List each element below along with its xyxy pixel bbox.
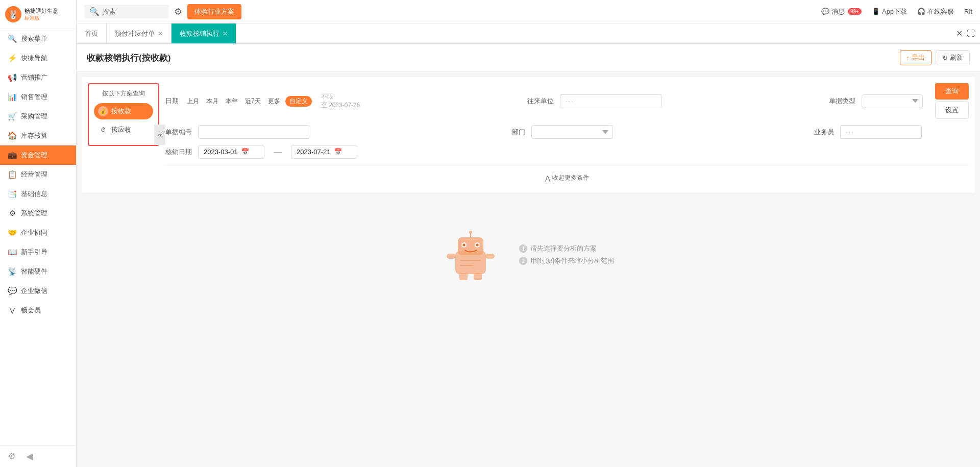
export-label: 导出 [912, 53, 925, 62]
date-more[interactable]: 更多 [266, 96, 282, 107]
user-name[interactable]: Rit [964, 8, 972, 15]
collapse-more-btn[interactable]: ⋀ 收起更多条件 [165, 169, 969, 186]
date-this-year[interactable]: 本年 [224, 96, 240, 107]
calendar-start-icon: 📅 [241, 148, 249, 156]
sidebar-item-畅会员[interactable]: V畅会员 [0, 301, 76, 320]
sidebar-bottom: ⚙ ◀ [0, 445, 76, 467]
date-no-limit: 不限 至 2023-07-26 [321, 92, 360, 110]
topbar-right: 💬 消息 99+ 📱 App下载 🎧 在线客服 Rit [821, 7, 972, 16]
filter-panel-title: 按以下方案查询 [94, 89, 153, 98]
filter-panel-wrapper: 按以下方案查询 💰按收款⏱按应收 ≪ [88, 83, 159, 186]
page-header: 收款核销执行(按收款) ↑ 导出 ↻ 刷新 [77, 44, 980, 72]
sidebar-item-库存核算[interactable]: 🏠库存核算 [0, 126, 76, 145]
refresh-button[interactable]: ↻ 刷新 [936, 50, 970, 65]
tab-收款核销执行[interactable]: 收款核销执行✕ [172, 23, 236, 43]
counterpart-selector[interactable]: ··· [560, 94, 662, 108]
message-badge: 99+ [848, 8, 862, 15]
sidebar-item-经营管理[interactable]: 📋经营管理 [0, 165, 76, 184]
dept-label: 部门 [512, 128, 525, 137]
message-item[interactable]: 💬 消息 99+ [821, 7, 862, 16]
svg-point-4 [463, 244, 465, 247]
svg-rect-8 [447, 254, 456, 259]
refresh-icon: ↻ [942, 54, 948, 62]
app-edition: 标准版 [24, 15, 58, 21]
export-icon: ↑ [906, 54, 910, 62]
date-shortcuts: 上月 本月 本年 近7天 更多 自定义 [185, 96, 312, 107]
filter-area: 按以下方案查询 💰按收款⏱按应收 ≪ 日期 上月 本月 本年 近7天 更多 自 [82, 77, 975, 192]
online-service-item[interactable]: 🎧 在线客服 [917, 7, 954, 16]
solution-button[interactable]: 体验行业方案 [187, 4, 241, 19]
collapse-label: 收起更多条件 [552, 174, 589, 182]
tab-close-icon[interactable]: ✕ [158, 30, 163, 37]
search-icon: 🔍 [89, 7, 100, 16]
sidebar-item-基础信息[interactable]: 📑基础信息 [0, 184, 76, 204]
topbar-gear-icon[interactable]: ⚙ [174, 6, 182, 17]
empty-hint-2: 2 用[过滤]条件来缩小分析范围 [519, 256, 614, 265]
doc-type-select[interactable] [862, 94, 923, 108]
date-last-month[interactable]: 上月 [185, 96, 201, 107]
expand-icon[interactable]: ⛶ [967, 29, 975, 38]
search-input[interactable] [103, 8, 164, 15]
app-icon: 📱 [872, 8, 880, 15]
doc-type-label: 单据类型 [829, 96, 855, 106]
sidebar-item-企业微信[interactable]: 💬企业微信 [0, 281, 76, 301]
dept-select[interactable] [531, 125, 613, 139]
sidebar-menu: 🔍搜索菜单⚡快捷导航📢营销推广📊销售管理🛒采购管理🏠库存核算💼资金管理📋经营管理… [0, 29, 76, 445]
tab-首页[interactable]: 首页 [77, 23, 107, 43]
service-icon: 🎧 [917, 8, 925, 15]
tab-actions: ✕ ⛶ [951, 23, 980, 43]
svg-rect-9 [485, 254, 495, 259]
robot-container: 1 请先选择要分析的方案 2 用[过滤]条件来缩小分析范围 [443, 228, 614, 284]
sidebar-item-搜索菜单[interactable]: 🔍搜索菜单 [0, 29, 76, 48]
svg-point-7 [469, 231, 472, 234]
message-icon: 💬 [821, 8, 829, 15]
sidebar-item-资金管理[interactable]: 💼资金管理 [0, 145, 76, 165]
query-button[interactable]: 查询 [935, 83, 969, 100]
online-service-label: 在线客服 [927, 7, 954, 16]
filter-row-1: 日期 上月 本月 本年 近7天 更多 自定义 不限 至 2023-07-26 [165, 83, 969, 119]
filter-option-按收款[interactable]: 💰按收款 [94, 103, 153, 119]
sidebar-logo: 🐰 畅捷通好生意 标准版 [0, 0, 76, 29]
sidebar-item-新手引导[interactable]: 📖新手引导 [0, 242, 76, 262]
page-title: 收款核销执行(按收款) [87, 52, 170, 64]
verify-date-end[interactable]: 2023-07-21 📅 [291, 145, 357, 159]
svg-rect-11 [474, 273, 482, 280]
tabbar: 首页预付冲应付单✕收款核销执行✕ ✕ ⛶ [77, 23, 980, 44]
empty-state: 1 请先选择要分析的方案 2 用[过滤]条件来缩小分析范围 [77, 198, 980, 315]
collapse-sidebar-icon[interactable]: ◀ [26, 451, 33, 462]
filter-row-3: 核销日期 2023-03-01 📅 — 2023-07-21 📅 [165, 145, 969, 159]
verify-date-label: 核销日期 [165, 148, 192, 157]
sidebar-item-快捷导航[interactable]: ⚡快捷导航 [0, 48, 76, 68]
filter-row-2: 单据编号 部门 业务员 ··· [165, 125, 969, 139]
doc-no-label: 单据编号 [165, 128, 192, 137]
filter-right-panel: 日期 上月 本月 本年 近7天 更多 自定义 不限 至 2023-07-26 [165, 83, 969, 186]
sidebar-item-企业协同[interactable]: 🤝企业协同 [0, 223, 76, 242]
sidebar-item-智能硬件[interactable]: 📡智能硬件 [0, 262, 76, 281]
date-7days[interactable]: 近7天 [243, 96, 263, 107]
sidebar-item-系统管理[interactable]: ⚙系统管理 [0, 204, 76, 223]
verify-date-start[interactable]: 2023-03-01 📅 [198, 145, 264, 159]
sidebar-item-销售管理[interactable]: 📊销售管理 [0, 87, 76, 107]
tab-close-icon[interactable]: ✕ [223, 30, 228, 37]
app-name: 畅捷通好生意 [24, 7, 58, 14]
filter-option-按应收[interactable]: ⏱按应收 [94, 121, 153, 138]
main-area: 🔍 ⚙ 体验行业方案 💬 消息 99+ 📱 App下载 🎧 在线客服 Rit 首… [77, 0, 980, 467]
staff-selector[interactable]: ··· [840, 125, 922, 139]
tab-预付冲应付单[interactable]: 预付冲应付单✕ [107, 23, 172, 43]
export-button[interactable]: ↑ 导出 [900, 50, 932, 65]
logo-text: 畅捷通好生意 标准版 [24, 7, 58, 21]
search-box[interactable]: 🔍 [84, 5, 169, 18]
sidebar-item-采购管理[interactable]: 🛒采购管理 [0, 107, 76, 126]
date-this-month[interactable]: 本月 [204, 96, 220, 107]
date-custom[interactable]: 自定义 [285, 96, 312, 107]
app-download-item[interactable]: 📱 App下载 [872, 7, 907, 16]
settings-icon[interactable]: ⚙ [8, 451, 16, 462]
sidebar-item-营销推广[interactable]: 📢营销推广 [0, 68, 76, 87]
date-label: 日期 [165, 96, 179, 106]
collapse-panel-btn[interactable]: ≪ [154, 125, 165, 145]
doc-no-input[interactable] [198, 125, 310, 139]
empty-robot-icon [443, 228, 499, 284]
staff-label: 业务员 [814, 128, 834, 137]
close-window-icon[interactable]: ✕ [956, 29, 963, 38]
setting-button[interactable]: 设置 [935, 102, 969, 119]
